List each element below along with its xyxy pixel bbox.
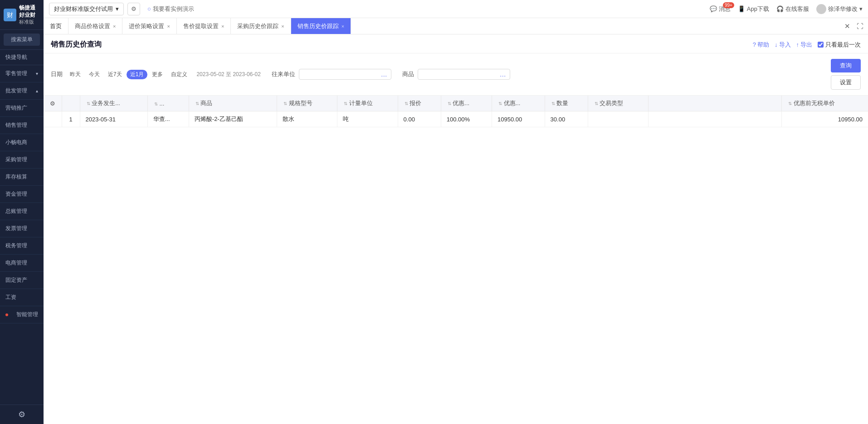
th-product[interactable]: ⇅ 商品 [189,96,277,111]
close-icon[interactable]: × [113,24,116,29]
date-shortcuts: 昨天 今天 近7天 近1月 更多 自定义 [66,70,191,79]
query-button[interactable]: 查询 [831,59,861,72]
only-last-checkbox-label[interactable]: 只看最后一次 [818,41,861,49]
product-dots-btn[interactable]: … [500,71,506,78]
messages-button[interactable]: 💬 消息 99+ [710,5,731,13]
messages-badge: 99+ [723,2,734,8]
close-tab-button[interactable]: ✕ [841,20,853,33]
th-trade-type[interactable]: ⇅ 交易类型 [588,96,648,111]
date-more-btn[interactable]: 更多 [148,70,166,79]
sort-icon: ⇅ [551,101,555,106]
sidebar-item-inventory[interactable]: 库存核算 [0,169,44,186]
sort-icon: ⇅ [87,101,90,106]
th-discount-rate[interactable]: ⇅ 优惠... [441,96,492,111]
tab-sale-history[interactable]: 销售历史价跟踪 × [291,18,351,34]
close-icon[interactable]: × [221,24,224,29]
sidebar-item-capital[interactable]: 资金管理 [0,186,44,203]
user-menu[interactable]: 徐泽华修改 ▾ [816,4,863,14]
only-last-label: 只看最后一次 [825,41,861,49]
sidebar-item-label: 智能管理 [16,311,38,318]
page-header: 销售历史价查询 ? 帮助 ↓ 导入 ↑ 导出 [44,34,868,53]
th-quoted-price[interactable]: ⇅ 报价 [398,96,441,111]
tab-purchase-history[interactable]: 采购历史价跟踪 × [231,18,291,34]
tab-sale-history-label: 销售历史价跟踪 [297,22,339,30]
sidebar-settings-button[interactable]: ⚙ [0,405,44,424]
product-label: 商品 [402,70,414,78]
top-bar-right: 💬 消息 99+ 📱 App下载 🎧 在线客服 徐泽华修改 ▾ [710,4,863,14]
product-filter-group: 商品 … [402,69,510,80]
source-input[interactable] [303,71,379,78]
sidebar-item-sales[interactable]: 销售管理 [0,117,44,134]
tab-sale-price[interactable]: 售价提取设置 × [177,18,231,34]
quick-nav[interactable]: 快捷导航 [0,50,44,65]
sidebar-item-fixed-assets[interactable]: 固定资产 [0,272,44,289]
only-last-checkbox[interactable] [818,42,824,48]
sidebar-item-ec-mgmt[interactable]: 电商管理 [0,255,44,272]
export-link[interactable]: ↑ 导出 [796,41,813,49]
sort-icon: ⇅ [448,101,451,106]
th-biz-date[interactable]: ⇅ 业务发生... [80,96,147,111]
sidebar-item-marketing[interactable]: 营销推广 [0,100,44,117]
sort-icon: ⇅ [195,101,199,106]
user-name: 徐泽华修改 [828,5,858,13]
sidebar-item-label: 库存核算 [5,173,27,181]
maximize-button[interactable]: ⛶ [853,20,866,33]
td-biz-date: 2023-05-31 [80,111,147,127]
sidebar-item-invoice[interactable]: 发票管理 [0,220,44,237]
tab-home[interactable]: 首页 [44,18,68,34]
sidebar-item-purchase[interactable]: 采购管理 [0,151,44,169]
page-title: 销售历史价查询 [51,40,102,49]
demo-link[interactable]: ○ 我要看实例演示 [147,5,194,13]
sort-icon: ⇅ [344,101,347,106]
th-quantity[interactable]: ⇅ 数量 [545,96,588,111]
date-last7-btn[interactable]: 近7天 [104,70,126,79]
td-more-cols: 华查... [147,111,189,127]
date-today-btn[interactable]: 今天 [85,70,103,79]
th-gear[interactable]: ⚙ [44,96,62,111]
sort-icon: ⇅ [788,101,792,106]
th-spec[interactable]: ⇅ 规格型号 [277,96,337,111]
td-quantity: 30.00 [545,111,588,127]
sidebar-item-label: 营销推广 [5,104,27,112]
filter-area: 日期 昨天 今天 近7天 近1月 更多 自定义 2023-05-02 至 202… [44,53,868,96]
source-filter-group: 往来单位 … [272,69,391,80]
version-select[interactable]: 好业财标准版交付试用 ▾ [49,3,124,15]
gear-icon: ⚙ [131,5,137,12]
th-unit[interactable]: ⇅ 计量单位 [337,96,398,111]
tab-product-price[interactable]: 商品价格设置 × [68,18,122,34]
app-download-button[interactable]: 📱 App下载 [738,5,769,13]
sidebar-item-retail[interactable]: 零售管理 ▾ [0,65,44,82]
import-link[interactable]: ↓ 导入 [775,41,791,49]
td-discount-rate: 100.00% [441,111,492,127]
sidebar-item-smart-mgmt[interactable]: 智能管理 [0,306,44,323]
th-more[interactable]: ⇅ ... [147,96,189,111]
tab-purchase-strategy[interactable]: 进价策略设置 × [122,18,176,34]
page-header-actions: ? 帮助 ↓ 导入 ↑ 导出 只看最后一次 [753,41,861,49]
sidebar-item-payroll[interactable]: 工资 [0,289,44,306]
date-custom-btn[interactable]: 自定义 [167,70,191,79]
online-service-button[interactable]: 🎧 在线客服 [776,5,809,13]
close-icon[interactable]: × [167,24,170,29]
help-link[interactable]: ? 帮助 [753,41,769,49]
settings-icon-button[interactable]: ⚙ [127,3,140,15]
search-menu-button[interactable]: 搜索菜单 [4,34,40,46]
close-icon[interactable]: × [281,24,284,29]
product-input[interactable] [422,71,498,78]
sidebar-item-label: 固定资产 [5,276,27,284]
date-yesterday-btn[interactable]: 昨天 [66,70,84,79]
sidebar-item-ecommerce[interactable]: 小畅电商 [0,134,44,151]
sidebar-item-tax[interactable]: 税务管理 [0,237,44,255]
sidebar-item-ledger[interactable]: 总账管理 [0,203,44,220]
close-icon[interactable]: × [341,24,344,29]
date-range-display: 2023-05-02 至 2023-06-02 [196,71,260,78]
settings-button[interactable]: 设置 [831,75,861,90]
sidebar-item-wholesale[interactable]: 批发管理 ▴ [0,82,44,100]
chevron-down-icon: ▾ [859,5,863,12]
th-discount-amt[interactable]: ⇅ 优惠... [492,96,545,111]
app-download-label: App下载 [747,5,769,13]
th-pre-tax-price[interactable]: ⇅ 优惠前无税单价 [782,96,868,111]
source-dots-btn[interactable]: … [381,71,387,78]
date-last-month-btn[interactable]: 近1月 [127,70,148,79]
source-input-wrap: … [299,69,391,80]
chevron-down-icon: ▾ [116,5,119,12]
